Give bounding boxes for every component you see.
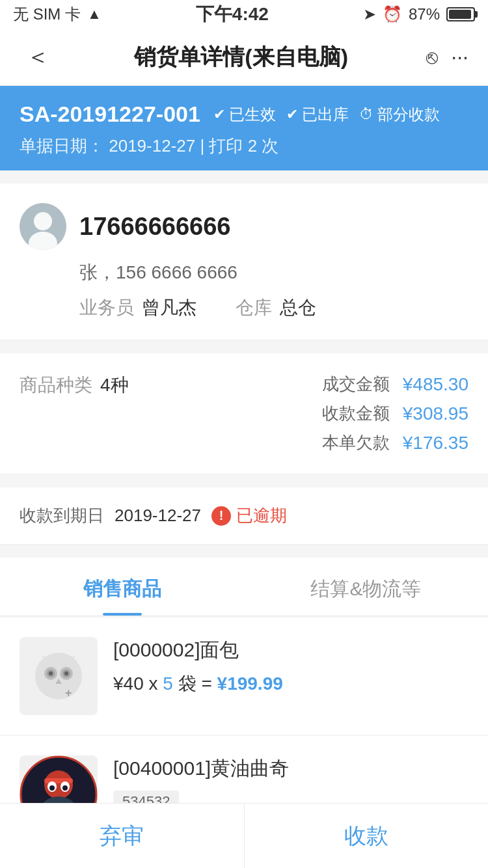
price-total-1: ¥199.99 (217, 673, 283, 694)
product-info-bread: [0000002]面包 ¥40 x 5 袋 = ¥199.99 (113, 637, 468, 696)
summary-right: 成交金额 ¥485.30 收款金额 ¥308.95 本单欠款 ¥176.35 (322, 373, 468, 454)
received-amount-label: 收款金额 (322, 402, 390, 425)
product-types: 商品种类 4种 (20, 373, 129, 398)
overdue-badge: ! 已逾期 (211, 504, 287, 527)
cancel-label: 弃审 (100, 821, 144, 851)
salesperson-label: 业务员 (79, 295, 134, 320)
status-bar: 无 SIM 卡 ▲ 下午4:42 ➤ ⏰ 87% (0, 0, 488, 29)
location-icon: ➤ (363, 5, 376, 23)
salesperson-value: 曾凡杰 (142, 295, 197, 320)
svg-point-8 (49, 671, 53, 675)
header-banner: SA-20191227-001 ✔ 已生效 ✔ 已出库 ⏱ 部分收款 单据日期：… (0, 86, 488, 170)
summary-section: 商品种类 4种 成交金额 ¥485.30 收款金额 ¥308.95 本单欠款 ¥… (0, 353, 488, 474)
due-date-value: 2019-12-27 (115, 506, 201, 526)
warehouse-item: 仓库 总仓 (236, 295, 316, 320)
due-amount-label: 本单欠款 (322, 431, 390, 454)
customer-top: 17666666666 (20, 203, 468, 250)
price-unit-1: 袋 (178, 673, 197, 694)
check-icon-1: ✔ (213, 106, 225, 123)
overdue-exclamation-icon: ! (211, 506, 231, 526)
page-title: 销货单详情(来自电脑) (134, 42, 348, 72)
banner-row1: SA-20191227-001 ✔ 已生效 ✔ 已出库 ⏱ 部分收款 (20, 102, 468, 127)
due-date-section: 收款到期日 2019-12-27 ! 已逾期 (0, 487, 488, 545)
status-effective: ✔ 已生效 (213, 104, 276, 125)
tabs-bar: 销售商品 结算&物流等 (0, 558, 488, 616)
product-item: + [0000002]面包 ¥40 x 5 袋 = ¥199.99 (0, 617, 488, 735)
price-base-1: ¥40 (113, 673, 144, 694)
product-types-label: 商品种类 (20, 373, 92, 398)
product-name-1: [0000002]面包 (113, 637, 468, 664)
price-eq-1: = (201, 673, 217, 694)
confirm-button[interactable]: 收款 (245, 804, 489, 868)
battery-fill (449, 10, 471, 19)
warehouse-value: 总仓 (280, 295, 316, 320)
share-icon[interactable]: ⎋ (426, 46, 438, 68)
trading-amount-label: 成交金额 (322, 373, 390, 396)
svg-point-3 (35, 653, 82, 699)
banner-date-row: 单据日期： 2019-12-27 | 打印 2 次 (20, 135, 468, 157)
avatar (20, 203, 66, 250)
product-image-bread: + (20, 637, 98, 715)
product-price-1: ¥40 x 5 袋 = ¥199.99 (113, 671, 468, 696)
tab-products[interactable]: 销售商品 (0, 558, 244, 616)
date-label: 单据日期： (20, 136, 104, 156)
order-date: 2019-12-27 (109, 136, 195, 156)
carrier-label: 无 SIM 卡 (13, 4, 81, 25)
received-amount-row: 收款金额 ¥308.95 (322, 402, 468, 425)
svg-point-21 (62, 785, 68, 791)
trading-amount-value: ¥485.30 (403, 374, 468, 395)
tab-settlement-label: 结算&物流等 (310, 578, 421, 599)
tab-settlement[interactable]: 结算&物流等 (244, 558, 488, 616)
warehouse-label: 仓库 (236, 295, 272, 320)
battery-percent: 87% (409, 5, 440, 23)
status-time: 下午4:42 (196, 2, 269, 27)
svg-rect-17 (44, 778, 73, 783)
status-partial: ⏱ 部分收款 (359, 104, 440, 125)
nav-actions: ⎋ ··· (426, 45, 468, 69)
price-mult-1: x (149, 673, 163, 694)
tab-products-label: 销售商品 (83, 578, 161, 599)
price-qty-1: 5 (163, 673, 173, 694)
print-label: 打印 (209, 136, 243, 156)
svg-text:+: + (65, 686, 72, 699)
status-effective-label: 已生效 (229, 104, 276, 125)
trading-amount-row: 成交金额 ¥485.30 (322, 373, 468, 396)
confirm-label: 收款 (344, 821, 388, 851)
due-date-label: 收款到期日 (20, 504, 104, 527)
svg-point-20 (49, 785, 55, 791)
customer-meta: 业务员 曾凡杰 仓库 总仓 (20, 295, 468, 320)
status-partial-label: 部分收款 (377, 104, 440, 125)
status-tags: ✔ 已生效 ✔ 已出库 ⏱ 部分收款 (213, 104, 440, 125)
print-sep: | (200, 136, 209, 156)
status-right: ➤ ⏰ 87% (363, 5, 475, 23)
due-amount-row: 本单欠款 ¥176.35 (322, 431, 468, 454)
nav-bar: ＜ 销货单详情(来自电脑) ⎋ ··· (0, 29, 488, 86)
received-amount-value: ¥308.95 (403, 403, 468, 424)
print-count-val: 2 (248, 136, 257, 156)
alarm-icon: ⏰ (383, 5, 402, 23)
summary-left: 商品种类 4种 (20, 373, 129, 398)
status-shipped: ✔ 已出库 (286, 104, 349, 125)
status-shipped-label: 已出库 (302, 104, 349, 125)
summary-row: 商品种类 4种 成交金额 ¥485.30 收款金额 ¥308.95 本单欠款 ¥… (20, 373, 468, 454)
status-left: 无 SIM 卡 ▲ (13, 4, 102, 25)
customer-section: 17666666666 张，156 6666 6666 业务员 曾凡杰 仓库 总… (0, 183, 488, 340)
wifi-icon: ▲ (87, 6, 102, 23)
order-id: SA-20191227-001 (20, 102, 200, 127)
cancel-button[interactable]: 弃审 (0, 804, 245, 868)
customer-phone: 17666666666 (79, 213, 230, 241)
overdue-text: 已逾期 (236, 504, 287, 527)
check-icon-2: ✔ (286, 106, 298, 123)
clock-icon: ⏱ (359, 106, 373, 123)
bottom-bar: 弃审 收款 (0, 803, 488, 868)
salesperson-item: 业务员 曾凡杰 (79, 295, 197, 320)
due-amount-value: ¥176.35 (403, 433, 468, 454)
svg-point-9 (64, 671, 68, 675)
battery-icon (446, 7, 475, 21)
product-name-2: [00400001]黄油曲奇 (113, 755, 468, 782)
product-count: 4种 (100, 373, 129, 398)
more-icon[interactable]: ··· (451, 45, 468, 69)
svg-point-1 (34, 212, 52, 230)
customer-contact: 张，156 6666 6666 (20, 260, 468, 285)
back-button[interactable]: ＜ (20, 34, 56, 79)
